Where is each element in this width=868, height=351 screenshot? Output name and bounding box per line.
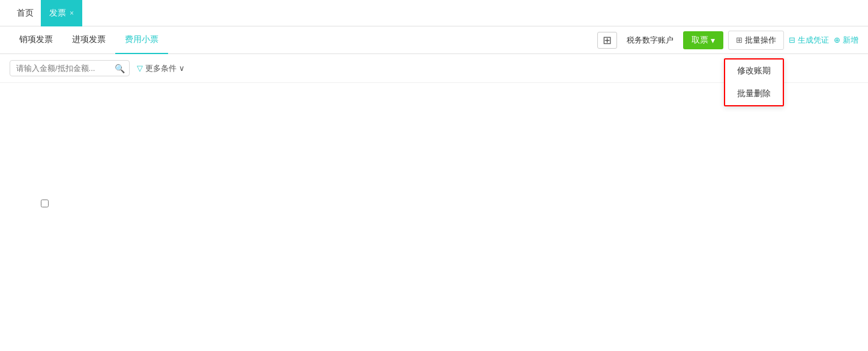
col-deduct-sort: ▲▼ xyxy=(816,197,822,209)
tax-digital-button[interactable]: 税务数字账户 xyxy=(622,32,678,48)
invoice-tab-close[interactable]: × xyxy=(70,9,74,17)
batch-dropdown-menu: 修改账期 批量删除 xyxy=(724,58,784,106)
tab-purchase-invoice[interactable]: 进项发票 xyxy=(62,26,115,54)
sub-tabs-bar: 销项发票 进项发票 费用小票 ⊞ 税务数字账户 取票 ▾ ⊞ 批量操作 修改账期… xyxy=(0,26,868,54)
col-deduct-amount[interactable]: 抵扣金额 ▲▼ xyxy=(743,197,863,209)
col-checkbox[interactable] xyxy=(34,200,55,207)
col-amount[interactable]: 金额 ▲▼ xyxy=(538,197,659,209)
filter-icon: ▽ xyxy=(137,64,143,73)
voucher-icon: ⊟ xyxy=(789,35,795,44)
col-type-sort: ▲▼ xyxy=(270,197,276,209)
col-voucher-sort: ▲▼ xyxy=(125,197,131,209)
invoice-tab[interactable]: 发票 × xyxy=(41,0,82,26)
modify-period-item[interactable]: 修改账期 xyxy=(725,60,783,82)
col-amount-sort: ▲▼ xyxy=(605,197,611,209)
col-voucher[interactable]: 凭证 ▽ ▲▼ xyxy=(55,197,176,209)
home-nav-item[interactable]: 首页 xyxy=(10,8,41,19)
table-header: ⚙ 凭证 ▽ ▲▼ 费用类型 ▲▼ 张数 ▲▼ 单据日期 ▲▼ 金额 ▲▼ 抵扣… xyxy=(0,83,868,323)
search-input[interactable] xyxy=(10,60,130,76)
more-filter-label: 更多条件 xyxy=(145,63,176,74)
search-button[interactable]: 🔍 xyxy=(115,64,125,73)
toolbar-right: ⊞ 税务数字账户 取票 ▾ ⊞ 批量操作 修改账期 批量删除 ⊟ 生成凭证 ⊕ … xyxy=(597,31,858,50)
col-count-sort: ▲▼ xyxy=(382,197,388,209)
qupiao-arrow-icon: ▾ xyxy=(711,35,715,45)
col-date-label: 单据日期 xyxy=(459,198,490,209)
invoice-tab-label: 发票 xyxy=(49,8,66,19)
batch-ops-icon: ⊞ xyxy=(736,35,743,44)
col-deduct-label: 抵扣金额 xyxy=(783,198,814,209)
col-rate-sort: ▲▼ xyxy=(711,197,717,209)
col-deduct-rate[interactable]: 抵扣率 ▲▼ xyxy=(660,197,743,209)
qr-button[interactable]: ⊞ xyxy=(597,32,617,49)
col-count[interactable]: 张数 ▲▼ xyxy=(335,197,418,209)
col-expense-type[interactable]: 费用类型 ▲▼ xyxy=(176,197,334,209)
generate-voucher-button[interactable]: ⊟ 生成凭证 xyxy=(789,35,829,46)
add-button[interactable]: ⊕ 新增 xyxy=(834,35,858,46)
tab-sales-invoice[interactable]: 销项发票 xyxy=(10,26,62,54)
top-navigation: 首页 发票 × xyxy=(0,0,868,26)
tab-expense-receipt[interactable]: 费用小票 xyxy=(115,26,168,54)
add-icon: ⊕ xyxy=(834,35,840,44)
batch-ops-wrapper: ⊞ 批量操作 修改账期 批量删除 xyxy=(728,31,784,50)
batch-delete-item[interactable]: 批量删除 xyxy=(725,82,783,105)
col-rate-label: 抵扣率 xyxy=(685,198,708,209)
add-label: 新增 xyxy=(843,35,858,46)
col-voucher-label: 凭证 xyxy=(100,198,116,209)
col-type-label: 费用类型 xyxy=(236,198,267,209)
qupiao-button[interactable]: 取票 ▾ xyxy=(683,31,723,49)
col-date[interactable]: 单据日期 ▲▼ xyxy=(418,197,538,209)
more-filter-button[interactable]: ▽ 更多条件 ∨ xyxy=(137,63,185,74)
empty-state: 暂无数据 xyxy=(0,323,868,351)
col-gear[interactable]: ⚙ xyxy=(5,199,34,208)
batch-ops-label: 批量操作 xyxy=(745,35,776,46)
col-voucher-filter: ▽ xyxy=(118,200,123,207)
search-wrap: 🔍 xyxy=(10,60,130,76)
voucher-label: 生成凭证 xyxy=(798,35,829,46)
col-count-label: 张数 xyxy=(364,198,380,209)
gear-icon: ⚙ xyxy=(16,199,23,208)
batch-ops-button[interactable]: ⊞ 批量操作 xyxy=(728,31,784,50)
col-amount-label: 金额 xyxy=(587,198,603,209)
col-date-sort: ▲▼ xyxy=(492,197,498,209)
select-all-checkbox[interactable] xyxy=(41,200,49,207)
more-filter-chevron: ∨ xyxy=(179,64,185,73)
qupiao-label: 取票 xyxy=(692,35,708,46)
